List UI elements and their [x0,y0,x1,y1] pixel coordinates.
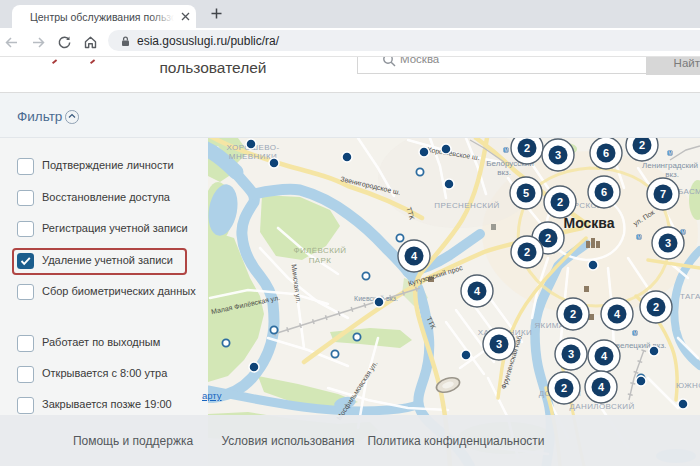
svg-text:М: М [637,235,641,240]
svg-text:6: 6 [601,186,607,198]
svg-text:вкз.: вкз. [497,168,511,177]
svg-text:БАСМАННЫЙ: БАСМАННЫЙ [678,187,700,196]
svg-text:2: 2 [570,308,576,320]
svg-text:ПАРК: ПАРК [309,256,332,265]
svg-text:7: 7 [660,188,666,200]
svg-text:ТАГАНСКИЙ: ТАГАНСКИЙ [680,292,700,301]
svg-text:4: 4 [411,250,418,262]
svg-text:3: 3 [665,237,671,249]
svg-text:4: 4 [474,285,481,297]
svg-text:вкз.: вкз. [665,170,679,179]
svg-text:4: 4 [614,308,621,320]
svg-text:2: 2 [639,139,645,151]
svg-text:2: 2 [561,382,567,394]
svg-text:5: 5 [523,187,529,199]
svg-text:ПРЕСНЕНСКИЙ: ПРЕСНЕНСКИЙ [434,201,499,210]
svg-text:М: М [668,151,672,156]
svg-text:Москва: Москва [563,215,614,231]
svg-text:ФИЛЁВСКИЙ: ФИЛЁВСКИЙ [293,246,346,255]
svg-text:М: М [633,331,637,336]
svg-text:4: 4 [601,350,608,362]
svg-text:2: 2 [557,196,563,208]
svg-text:2: 2 [653,301,659,313]
svg-text:ЮЖНОПОРТОВЫЙ: ЮЖНОПОРТОВЫЙ [676,381,700,390]
svg-text:3: 3 [568,348,574,360]
svg-text:4: 4 [598,381,605,393]
svg-text:Ленинградский: Ленинградский [642,161,698,170]
svg-text:6: 6 [603,147,609,159]
svg-text:М: М [504,148,508,153]
svg-text:2: 2 [524,142,530,154]
svg-text:3: 3 [496,338,502,350]
svg-text:3: 3 [555,149,561,161]
svg-text:2: 2 [524,246,530,258]
svg-text:2: 2 [545,232,551,244]
